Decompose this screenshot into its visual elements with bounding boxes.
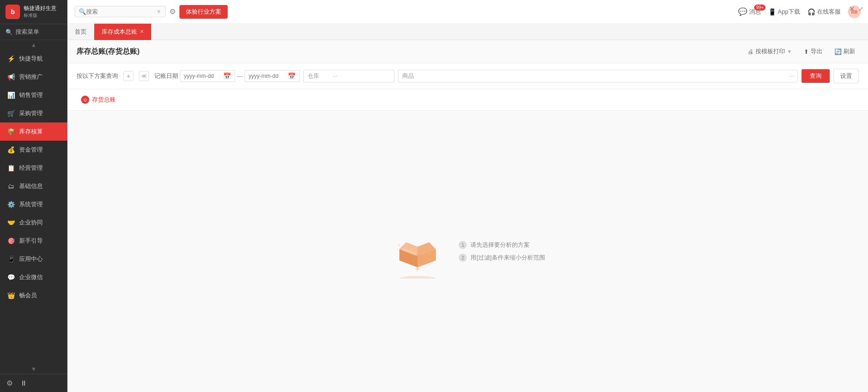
sidebar-item-quick-nav[interactable]: ⚡ 快捷导航	[0, 50, 67, 68]
sidebar-item-label: 新手引导	[19, 237, 43, 245]
tip-text-1: 请先选择要分析的方案	[470, 241, 530, 249]
date-start-field[interactable]	[184, 73, 220, 79]
close-panel-icon[interactable]: ✕	[848, 4, 856, 14]
sidebar-item-label: 采购管理	[19, 109, 43, 117]
filter-collapse-button[interactable]: ≪	[139, 71, 149, 81]
app-name: 畅捷通好生意	[24, 5, 56, 12]
scroll-up-arrow[interactable]: ▲	[0, 40, 67, 50]
purchase-icon: 🛒	[6, 109, 15, 118]
empty-tip-2: 2 用[过滤]条件来缩小分析范围	[459, 254, 545, 262]
topbar-gear-icon[interactable]: ⚙	[169, 7, 176, 16]
sidebar-item-sales[interactable]: 📊 销售管理	[0, 86, 67, 104]
sidebar-item-label: 营销推广	[19, 73, 43, 81]
footer-audio-icon[interactable]: ⏸	[20, 379, 27, 387]
topbar-search-input[interactable]	[86, 8, 154, 15]
settings-button[interactable]: 设置	[833, 69, 859, 83]
industry-solution-button[interactable]: 体验行业方案	[179, 5, 228, 19]
filter-bar: 按以下方案查询 + ≪ 记账日期 📅 — 📅	[67, 63, 868, 89]
sidebar-logo: b 畅捷通好生意 标准版	[0, 0, 67, 24]
product-select-label: 商品	[402, 72, 414, 80]
topbar-search-box[interactable]: 🔍 ▼	[75, 6, 166, 17]
app-download-button[interactable]: 📱 App下载	[768, 8, 800, 16]
wechat-icon: 💬	[6, 273, 15, 282]
page-title: 库存总账(存货总账)	[77, 47, 140, 56]
marketing-icon: 📢	[6, 72, 15, 81]
print-template-button[interactable]: 🖨 按模板打印 ▼	[744, 46, 796, 57]
search-icon: 🔍	[5, 29, 13, 36]
sidebar-item-label: 畅会员	[19, 291, 37, 300]
sidebar-item-business[interactable]: 📋 经营管理	[0, 159, 67, 177]
sidebar-item-label: 基础信息	[19, 182, 43, 190]
online-service-button[interactable]: 🎧 在线客服	[807, 8, 841, 16]
filter-add-button[interactable]: +	[123, 71, 133, 81]
date-filter-group: 记账日期 📅 — 📅	[154, 70, 300, 82]
tab-inventory-cost[interactable]: 库存成本总账 ✕	[94, 24, 152, 40]
scheme-item[interactable]: ⊙ 存货总账	[77, 94, 120, 106]
footer-settings-icon[interactable]: ⚙	[6, 379, 13, 387]
app-download-icon: 📱	[768, 8, 776, 15]
sidebar-item-cooperation[interactable]: 🤝 企业协同	[0, 214, 67, 232]
sidebar: b 畅捷通好生意 标准版 🔍 搜索菜单 ▲ ⚡ 快捷导航 📢 营销推广 📊 销售…	[0, 0, 67, 392]
finance-icon: 💰	[6, 145, 15, 154]
refresh-button[interactable]: 🔄 刷新	[831, 46, 859, 57]
calendar-start-icon: 📅	[223, 72, 231, 80]
topbar-right: 💬 消息 99+ 📱 App下载 🎧 在线客服 Rit	[738, 5, 861, 18]
sidebar-item-label: 系统管理	[19, 200, 43, 209]
expand-panel-icon[interactable]: ⤢	[858, 5, 864, 13]
product-more-icon: ···	[789, 73, 794, 79]
quick-nav-icon: ⚡	[6, 54, 15, 63]
product-select[interactable]: 商品 ···	[398, 70, 798, 82]
print-icon: 🖨	[748, 48, 754, 55]
svg-text:✦: ✦	[414, 265, 421, 274]
sidebar-footer: ⚙ ⏸	[0, 374, 67, 392]
tabs-bar: 首页 库存成本总账 ✕ ✕ ⤢	[67, 24, 868, 40]
warehouse-more-icon: ···	[333, 73, 337, 79]
sidebar-item-label: 资金管理	[19, 146, 43, 154]
sidebar-item-guide[interactable]: 🎯 新手引导	[0, 232, 67, 250]
sidebar-search[interactable]: 🔍 搜索菜单	[0, 24, 67, 40]
svg-text:✦: ✦	[397, 243, 401, 248]
topbar-search-area: 🔍 ▼ ⚙ 体验行业方案	[75, 5, 735, 19]
vip-icon: 👑	[6, 291, 15, 300]
scheme-selector: ⊙ 存货总账	[67, 89, 868, 111]
sidebar-item-label: 企业微信	[19, 273, 43, 281]
topbar-search-icon: 🔍	[79, 8, 86, 15]
warehouse-select[interactable]: 仓库 ···	[303, 70, 394, 82]
refresh-icon: 🔄	[834, 48, 842, 55]
message-button[interactable]: 💬 消息 99+	[738, 7, 761, 16]
business-icon: 📋	[6, 163, 15, 173]
sidebar-item-app-center[interactable]: 📱 应用中心	[0, 250, 67, 268]
print-template-label: 按模板打印	[756, 47, 785, 56]
message-icon: 💬	[738, 7, 747, 16]
sidebar-item-label: 快捷导航	[19, 55, 43, 63]
tab-close-icon[interactable]: ✕	[140, 29, 144, 35]
sidebar-item-finance[interactable]: 💰 资金管理	[0, 141, 67, 159]
guide-icon: 🎯	[6, 236, 15, 245]
export-button[interactable]: ⬆ 导出	[800, 46, 826, 57]
panel-controls: ✕ ⤢	[844, 0, 868, 18]
sidebar-item-basic[interactable]: 🗂 基础信息	[0, 177, 67, 195]
refresh-label: 刷新	[843, 47, 855, 56]
date-end-field[interactable]	[249, 73, 285, 79]
query-button[interactable]: 查询	[802, 69, 830, 83]
sidebar-item-vip[interactable]: 👑 畅会员	[0, 286, 67, 305]
main-content: 🔍 ▼ ⚙ 体验行业方案 💬 消息 99+ 📱 App下载 🎧 在线客服	[67, 0, 868, 392]
sidebar-item-purchase[interactable]: 🛒 采购管理	[0, 104, 67, 122]
tab-home[interactable]: 首页	[67, 24, 94, 40]
sidebar-item-label: 企业协同	[19, 219, 43, 227]
sidebar-item-inventory[interactable]: 📦 库存核算	[0, 122, 67, 141]
warehouse-select-label: 仓库	[307, 72, 319, 80]
app-badge: 标准版	[24, 12, 56, 19]
app-logo-icon: b	[5, 5, 20, 19]
empty-tips: 1 请先选择要分析的方案 2 用[过滤]条件来缩小分析范围	[459, 241, 545, 262]
empty-illustration: ✦ ✦ ✦	[390, 224, 445, 279]
print-dropdown-icon: ▼	[787, 49, 792, 54]
tip-text-2: 用[过滤]条件来缩小分析范围	[470, 254, 545, 262]
date-end-input[interactable]: 📅	[245, 70, 300, 82]
sidebar-item-system[interactable]: ⚙️ 系统管理	[0, 195, 67, 214]
sidebar-item-wechat[interactable]: 💬 企业微信	[0, 268, 67, 286]
scroll-down-arrow[interactable]: ▼	[0, 364, 67, 374]
date-separator: —	[237, 73, 243, 80]
sidebar-item-marketing[interactable]: 📢 营销推广	[0, 68, 67, 86]
date-start-input[interactable]: 📅	[180, 70, 235, 82]
